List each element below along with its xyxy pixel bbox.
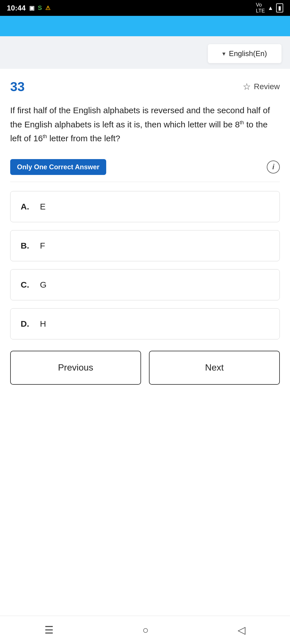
option-a-text: E (40, 202, 46, 211)
review-label: Review (254, 82, 280, 91)
answer-type-row: Only One Correct Answer i (10, 159, 280, 175)
bottom-nav-bar: ☰ ○ ◁ (0, 616, 290, 644)
option-a[interactable]: A. E (10, 191, 280, 222)
answer-type-badge: Only One Correct Answer (10, 159, 106, 175)
question-text-part1: If first half of the English alphabets i… (10, 106, 270, 129)
star-icon: ☆ (243, 81, 251, 92)
option-d-text: H (40, 319, 46, 329)
option-d-label: D. (21, 319, 32, 329)
next-button[interactable]: Next (149, 351, 280, 385)
header-bar (0, 16, 290, 36)
vo-lte-label: VoLTE (256, 2, 265, 14)
language-label: English(En) (229, 49, 267, 58)
sup-th-2: th (43, 134, 47, 139)
option-c-text: G (40, 280, 46, 290)
sup-th-1: th (240, 120, 244, 125)
main-content: 33 ☆ Review If first half of the English… (0, 69, 290, 616)
option-c[interactable]: C. G (10, 269, 280, 300)
question-text: If first half of the English alphabets i… (10, 103, 280, 146)
menu-icon[interactable]: ☰ (44, 624, 54, 636)
back-icon[interactable]: ◁ (238, 624, 246, 636)
status-bar-left: 10:44 ▣ S ⚠ (7, 4, 50, 12)
options-list: A. E B. F C. G D. H (10, 191, 280, 339)
review-button[interactable]: ☆ Review (243, 81, 280, 92)
previous-button[interactable]: Previous (10, 351, 141, 385)
content-wrapper: ▾ English(En) 33 ☆ Review If first half … (0, 36, 290, 616)
chevron-down-icon: ▾ (222, 50, 225, 57)
option-a-label: A. (21, 202, 32, 211)
status-bar: 10:44 ▣ S ⚠ VoLTE ▲ ▮ (0, 0, 290, 16)
option-b-label: B. (21, 241, 32, 251)
question-header: 33 ☆ Review (10, 79, 280, 94)
warning-icon: ⚠ (45, 5, 50, 11)
signal-bars-icon: ▲ (268, 5, 273, 11)
info-icon[interactable]: i (267, 161, 280, 174)
question-number: 33 (10, 79, 25, 94)
option-b[interactable]: B. F (10, 230, 280, 261)
question-text-part3: letter from the left? (47, 134, 120, 143)
nav-buttons: Previous Next (10, 351, 280, 395)
language-dropdown[interactable]: ▾ English(En) (208, 44, 282, 63)
battery-icon: ▮ (276, 3, 283, 12)
s-label: S (38, 4, 42, 12)
status-time: 10:44 (7, 4, 26, 12)
info-label: i (272, 162, 274, 171)
divider (10, 182, 280, 182)
option-d[interactable]: D. H (10, 308, 280, 339)
option-c-label: C. (21, 280, 32, 290)
home-icon[interactable]: ○ (142, 624, 149, 636)
sim-icon: ▣ (29, 5, 35, 11)
status-bar-right: VoLTE ▲ ▮ (256, 2, 283, 14)
language-area: ▾ English(En) (0, 36, 290, 69)
option-b-text: F (40, 241, 45, 251)
